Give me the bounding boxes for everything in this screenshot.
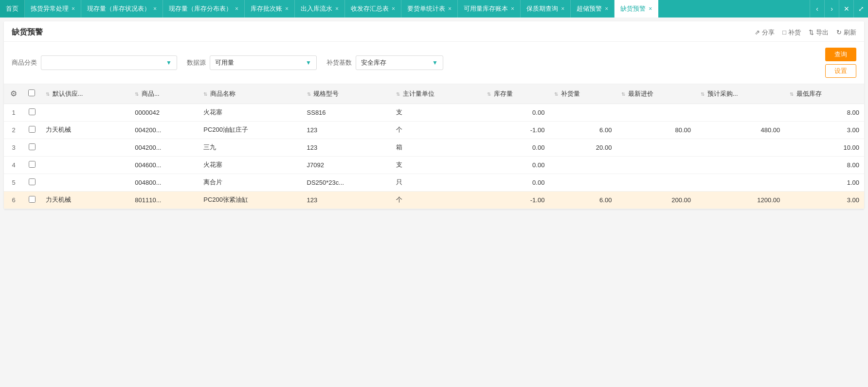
row-checkbox-cell[interactable]	[23, 156, 41, 174]
row-name: 火花塞	[199, 104, 302, 121]
close-icon[interactable]: ×	[511, 5, 514, 12]
close-icon[interactable]: ×	[392, 5, 395, 12]
tab-overstock[interactable]: 超储预警 ×	[571, 0, 615, 18]
tab-inout-flow[interactable]: 出入库流水 ×	[295, 0, 345, 18]
row-checkbox-cell[interactable]	[23, 191, 41, 209]
close-icon[interactable]: ×	[561, 5, 564, 12]
column-code[interactable]: ⇅ 商品...	[130, 84, 199, 104]
query-button[interactable]: 查询	[825, 48, 856, 61]
datasource-select[interactable]: 可用量 ▼	[210, 55, 317, 70]
export-button[interactable]: ⇅ 导出	[809, 28, 829, 37]
replenish-button[interactable]: □ 补货	[782, 28, 801, 37]
row-checkbox[interactable]	[29, 161, 36, 168]
column-latest-price[interactable]: ⇅ 最新进价	[616, 84, 696, 104]
select-all-checkbox[interactable]	[28, 89, 35, 96]
tab-picking[interactable]: 拣货异常处理 ×	[25, 0, 81, 18]
row-name: PC200张紧油缸	[199, 191, 302, 209]
row-spec: 123	[302, 121, 392, 139]
chevron-down-icon: ▼	[306, 59, 311, 66]
sort-icon: ⇅	[621, 91, 625, 97]
sort-icon: ⇅	[203, 91, 207, 97]
share-button[interactable]: ⇗ 分享	[755, 28, 775, 37]
close-icon[interactable]: ×	[285, 5, 289, 12]
close-icon[interactable]: ×	[335, 5, 339, 12]
row-min-stock: 8.00	[785, 104, 864, 121]
row-checkbox[interactable]	[29, 143, 36, 150]
row-latest-price	[616, 139, 696, 156]
refresh-button[interactable]: ↻ 刷新	[836, 28, 856, 37]
table-row[interactable]: 4 004600... 火花塞 J7092 支 0.00 8.00	[4, 156, 864, 174]
column-est-purchase[interactable]: ⇅ 预计采购...	[696, 84, 785, 104]
close-icon[interactable]: ×	[72, 5, 75, 12]
row-min-stock: 3.00	[785, 191, 864, 209]
close-icon[interactable]: ×	[605, 5, 608, 12]
row-checkbox[interactable]	[29, 108, 36, 115]
close-icon[interactable]: ×	[649, 5, 652, 12]
table-row[interactable]: 3 004200... 三九 123 箱 0.00 20.00 10.00	[4, 139, 864, 156]
row-checkbox-cell[interactable]	[23, 121, 41, 139]
row-checkbox-cell[interactable]	[23, 104, 41, 121]
row-checkbox[interactable]	[29, 196, 36, 203]
column-stock[interactable]: ⇅ 库存量	[482, 84, 549, 104]
table-row[interactable]: 5 004800... 离合片 DS250*23c... 只 0.00 1.00	[4, 174, 864, 191]
row-checkbox-cell[interactable]	[23, 139, 41, 156]
row-checkbox[interactable]	[29, 126, 36, 133]
export-icon: ⇅	[809, 29, 814, 36]
row-replenish	[549, 156, 616, 174]
column-replenish[interactable]: ⇅ 补货量	[549, 84, 616, 104]
row-latest-price	[616, 174, 696, 191]
data-table: ⚙ ⇅ 默认供应... ⇅ 商品... ⇅ 商品名称	[4, 84, 864, 209]
tab-bar: 首页 拣货异常处理 × 现存量（库存状况表） × 现存量（库存分布表） × 库存…	[0, 0, 868, 18]
datasource-filter-group: 数据源 可用量 ▼	[187, 55, 317, 70]
close-icon[interactable]: ×	[235, 5, 238, 12]
sort-icon: ⇅	[554, 91, 558, 97]
row-replenish	[549, 104, 616, 121]
sort-icon: ⇅	[487, 91, 491, 97]
tab-stock-dist[interactable]: 现存量（库存分布表） ×	[163, 0, 245, 18]
table-body: 1 0000042 火花塞 SS816 支 0.00 8.00 2 力天机械 0…	[4, 104, 864, 209]
table-row[interactable]: 1 0000042 火花塞 SS816 支 0.00 8.00	[4, 104, 864, 121]
row-code: 004800...	[130, 174, 199, 191]
tab-demand-stats[interactable]: 要货单统计表 ×	[401, 0, 458, 18]
tab-prev-button[interactable]: ‹	[810, 0, 824, 18]
tab-stock-status[interactable]: 现存量（库存状况表） ×	[81, 0, 163, 18]
row-name: 三九	[199, 139, 302, 156]
tab-next-button[interactable]: ›	[824, 0, 839, 18]
row-unit: 箱	[391, 139, 482, 156]
column-checkbox	[23, 84, 41, 104]
table-row[interactable]: 6 力天机械 801110... PC200张紧油缸 123 个 -1.00 6…	[4, 191, 864, 209]
row-name: 火花塞	[199, 156, 302, 174]
tab-receipt-summary[interactable]: 收发存汇总表 ×	[345, 0, 401, 18]
gear-icon[interactable]: ⚙	[10, 89, 17, 98]
tab-maximize-button[interactable]: ⤢	[853, 0, 868, 18]
row-checkbox-cell[interactable]	[23, 174, 41, 191]
tab-expiry[interactable]: 保质期查询 ×	[521, 0, 571, 18]
replenish-base-select[interactable]: 安全库存 ▼	[356, 55, 443, 70]
tab-close-all-button[interactable]: ✕	[839, 0, 853, 18]
refresh-icon: ↻	[836, 29, 842, 36]
row-code: 004200...	[130, 121, 199, 139]
settings-button[interactable]: 设置	[825, 64, 856, 78]
column-unit[interactable]: ⇅ 主计量单位	[391, 84, 482, 104]
row-checkbox[interactable]	[29, 178, 36, 185]
row-stock: 0.00	[482, 156, 549, 174]
tab-home[interactable]: 首页	[0, 0, 25, 18]
tab-batch-account[interactable]: 库存批次账 ×	[245, 0, 295, 18]
column-min-stock[interactable]: ⇅ 最低库存	[785, 84, 864, 104]
sort-icon: ⇅	[790, 91, 794, 97]
row-supplier: 力天机械	[41, 121, 130, 139]
row-est-purchase	[696, 139, 785, 156]
row-stock: 0.00	[482, 174, 549, 191]
tab-available-stock[interactable]: 可用量库存账本 ×	[458, 0, 521, 18]
column-name[interactable]: ⇅ 商品名称	[199, 84, 302, 104]
close-icon[interactable]: ×	[448, 5, 452, 12]
column-supplier[interactable]: ⇅ 默认供应...	[41, 84, 130, 104]
category-select[interactable]: ▼	[41, 55, 177, 70]
row-replenish	[549, 174, 616, 191]
tab-shortage[interactable]: 缺货预警 ×	[615, 0, 658, 18]
close-icon[interactable]: ×	[153, 5, 157, 12]
table-row[interactable]: 2 力天机械 004200... PC200油缸庄子 123 个 -1.00 6…	[4, 121, 864, 139]
row-unit: 支	[391, 104, 482, 121]
column-spec[interactable]: ⇅ 规格型号	[302, 84, 392, 104]
column-settings[interactable]: ⚙	[4, 84, 23, 104]
